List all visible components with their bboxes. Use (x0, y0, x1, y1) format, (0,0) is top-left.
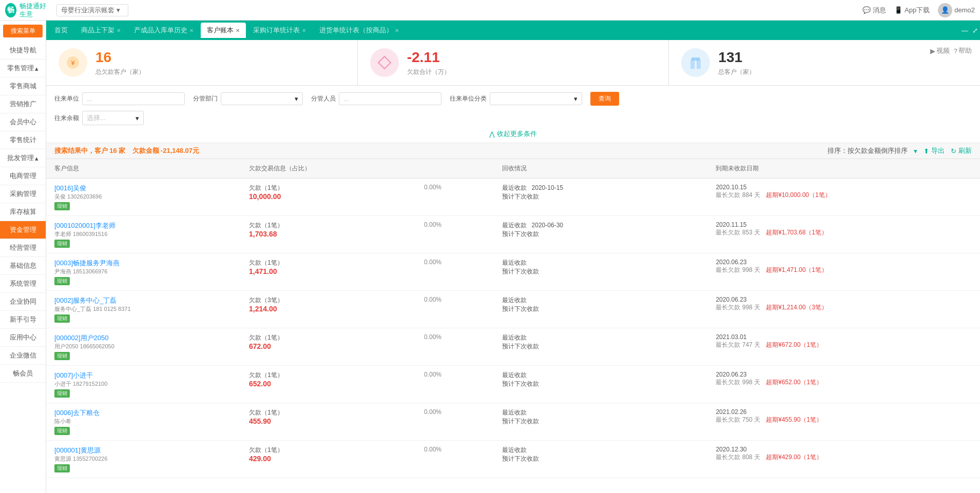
overdue-amount-5[interactable]: 超期¥652.00（1笔） (766, 379, 822, 386)
debt-amount-4[interactable]: 672.00 (249, 342, 408, 350)
unit-class-input[interactable]: ▾ (490, 92, 582, 105)
refresh-btn[interactable]: ↻ 刷新 (951, 146, 972, 155)
tab-inventory-stats[interactable]: 进货单统计表（按商品） ✕ (313, 23, 405, 38)
customer-name-3[interactable]: [0002]服务中心_丁磊 (54, 296, 233, 305)
debt-amount-3[interactable]: 1,214.00 (249, 305, 408, 313)
due-date-1: 2020.11.15 (716, 221, 972, 228)
next-collect-3: 预计下次收款 (502, 305, 700, 313)
sidebar-item-batch-mgmt[interactable]: 批发管理 ▴ (0, 149, 46, 167)
overdue-amount-3[interactable]: 超期¥1,214.00（3笔） (766, 304, 828, 311)
debt-amount-5[interactable]: 652.00 (249, 380, 408, 388)
top-bar: 畅 畅捷通好生意 母婴行业演示账套 ▾ 💬 消息 📱 App下载 👤 demo2 (0, 0, 980, 21)
customer-name-6[interactable]: [0006]去下粮仓 (54, 408, 233, 418)
sidebar-item-finance[interactable]: 资金管理 (0, 221, 46, 239)
overdue-amount-2[interactable]: 超期¥1,471.00（1笔） (766, 266, 828, 273)
search-btn[interactable]: 查询 (590, 92, 619, 106)
export-btn[interactable]: ⬆ 导出 (924, 146, 945, 155)
tab-bar-right: — ⤢ (962, 27, 978, 34)
sidebar-item-basic-info[interactable]: 基础信息 (0, 257, 46, 275)
user-avatar[interactable]: 👤 demo2 (938, 3, 975, 17)
overdue-amount-7[interactable]: 超期¥429.00（1笔） (766, 453, 822, 461)
tab-close-customer-account[interactable]: ✕ (236, 28, 240, 33)
overdue-days-0: 最长欠款 884 天 (716, 191, 760, 199)
svg-rect-4 (690, 60, 695, 69)
customer-tag-4: 现销 (54, 352, 70, 360)
overdue-days-6: 最长欠款 750 天 (716, 416, 760, 423)
customer-name-2[interactable]: [0003]畅捷服务尹海燕 (54, 259, 233, 268)
sidebar-item-retail-stats[interactable]: 零售统计 (0, 131, 46, 149)
tab-purchase-order[interactable]: 采购订单统计表 ✕ (247, 23, 312, 38)
due-date-5: 2020.06.23 (716, 371, 972, 378)
debt-amount-6[interactable]: 455.90 (249, 417, 408, 425)
sidebar-item-inventory[interactable]: 库存核算 (0, 203, 46, 221)
debt-amount-1[interactable]: 1,703.68 (249, 230, 408, 238)
stat-icon-building (681, 48, 710, 77)
customer-name-4[interactable]: [000002]用户2050 (54, 333, 233, 343)
customer-name-0[interactable]: [0016]吴俊 (54, 184, 233, 193)
help-btn[interactable]: ? 帮助 (954, 46, 972, 55)
dept-input[interactable]: ▾ (221, 92, 303, 105)
table-row: [000001]黄思源 黄思源 13552700226 现销 欠款（1笔） 42… (46, 441, 980, 478)
tab-close-inventory-stats[interactable]: ✕ (395, 28, 399, 33)
industry-select[interactable]: 母婴行业演示账套 ▾ (56, 4, 128, 16)
customer-phone-3: 服务中心_丁磊 181 0125 8371 (54, 305, 233, 313)
tab-production-history[interactable]: 产成品入库单历史 ✕ (128, 23, 200, 38)
sort-label[interactable]: 排序：按欠款金额倒序排序 (828, 146, 908, 155)
table-row: [0001020001]李老师 李老师 18600391516 现销 欠款（1笔… (46, 216, 980, 253)
debt-amount-7[interactable]: 429.00 (249, 455, 408, 463)
cell-percent-5: 0.00% (416, 366, 494, 403)
sidebar-item-member-plus[interactable]: 畅会员 (0, 365, 46, 383)
cell-customer-4: [000002]用户2050 用户2050 18665062050 现销 (46, 328, 241, 366)
tab-expand-icon[interactable]: ⤢ (972, 27, 978, 34)
debt-count-7: 欠款（1笔） (249, 446, 408, 455)
customer-name-5[interactable]: [0007]小进干 (54, 371, 233, 380)
from-unit-input[interactable]: ... (82, 92, 185, 105)
sidebar-item-new-guide[interactable]: 新手引导 (0, 311, 46, 329)
sidebar-item-purchase-mgmt[interactable]: 采购管理 (0, 185, 46, 203)
tab-customer-account[interactable]: 客户账本 ✕ (201, 23, 246, 38)
tab-minimize-icon[interactable]: — (962, 27, 968, 34)
sidebar-item-system[interactable]: 系统管理 (0, 275, 46, 293)
sidebar-item-retail-mgmt[interactable]: 零售管理 ▴ (0, 60, 46, 77)
message-btn[interactable]: 💬 消息 (862, 6, 886, 15)
cell-debt-3: 欠款（3笔） 1,214.00 (241, 291, 416, 328)
sidebar-item-ecommerce[interactable]: 电商管理 (0, 167, 46, 185)
sidebar-item-retail-mall[interactable]: 零售商城 (0, 77, 46, 95)
overdue-amount-4[interactable]: 超期¥672.00（1笔） (766, 341, 822, 348)
overdue-amount-0[interactable]: 超期¥10,000.00（1笔） (766, 191, 831, 199)
search-menu-btn[interactable]: 搜索菜单 (3, 25, 43, 37)
tab-close-product-offline[interactable]: ✕ (117, 28, 121, 33)
filter-row-1: 往来单位 ... 分管部门 ▾ 分管人员 ... (54, 92, 972, 106)
sidebar-item-operations[interactable]: 经营管理 (0, 239, 46, 257)
sidebar-item-enterprise-coop[interactable]: 企业协同 (0, 293, 46, 311)
debt-amount-0[interactable]: 10,000.00 (249, 192, 408, 201)
app-download-btn[interactable]: 📱 App下载 (894, 6, 930, 15)
cell-due-7: 2020.12.30 最长欠款 808 天 超期¥429.00（1笔） (707, 441, 980, 478)
sidebar-search-area[interactable]: 搜索菜单 (0, 21, 46, 42)
debt-count-6: 欠款（1笔） (249, 408, 408, 417)
tab-close-production-history[interactable]: ✕ (189, 28, 194, 33)
stat-info-total-debt: -2.11 欠款合计（万） (407, 49, 450, 76)
collapse-btn[interactable]: ⋀ 收起更多条件 (54, 127, 972, 141)
sidebar-item-enterprise-wx[interactable]: 企业微信 (0, 347, 46, 365)
sidebar-item-quick-nav[interactable]: 快捷导航 (0, 42, 46, 60)
overdue-amount-1[interactable]: 超期¥1,703.68（1笔） (766, 229, 828, 236)
balance-input[interactable]: 选择... ▾ (82, 111, 144, 125)
person-input[interactable]: ... (339, 92, 441, 105)
debt-count-2: 欠款（1笔） (249, 259, 408, 267)
tab-product-offline[interactable]: 商品上下架 ✕ (75, 23, 127, 38)
debt-amount-2[interactable]: 1,471.00 (249, 267, 408, 275)
customer-phone-1: 李老师 18600391516 (54, 230, 233, 238)
sidebar-item-marketing[interactable]: 营销推广 (0, 95, 46, 113)
next-collect-5: 预计下次收款 (502, 380, 700, 388)
video-help-btn[interactable]: ▶ 视频 (930, 46, 950, 55)
customer-name-7[interactable]: [000001]黄思源 (54, 446, 233, 455)
due-date-0: 2020.10.15 (716, 184, 972, 191)
tab-close-purchase-order[interactable]: ✕ (302, 28, 306, 33)
cell-percent-7: 0.00% (416, 441, 494, 478)
sidebar-item-app-center[interactable]: 应用中心 (0, 329, 46, 347)
overdue-amount-6[interactable]: 超期¥455.90（1笔） (766, 416, 822, 423)
sidebar-item-members[interactable]: 会员中心 (0, 113, 46, 131)
tab-home[interactable]: 首页 (48, 23, 74, 38)
customer-name-1[interactable]: [0001020001]李老师 (54, 221, 233, 230)
